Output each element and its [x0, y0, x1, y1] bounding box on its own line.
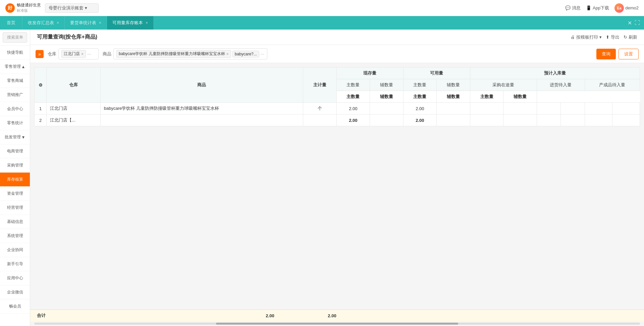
sidebar-item-retail-store[interactable]: 零售商城 — [0, 74, 30, 88]
industry-selector[interactable]: 母婴行业演示账套 — [45, 3, 99, 13]
sidebar-item-retail-mgmt[interactable]: 零售管理 ▲ — [0, 60, 30, 74]
settings-btn[interactable]: 设置 — [619, 49, 639, 59]
tab-order-stats-close[interactable]: × — [99, 20, 101, 25]
td-finished-main-1 — [585, 103, 612, 114]
product-filter-label: 商品 — [103, 51, 111, 57]
th-incoming-aux: 辅数量 — [437, 91, 470, 103]
td-avail-main-1: 2.00 — [403, 103, 437, 114]
export-icon: ⬆ — [606, 35, 609, 40]
chevron-down-icon — [85, 5, 87, 10]
tab-home-label: 首页 — [7, 20, 15, 26]
sidebar-item-inventory-check[interactable]: 库存核算 — [0, 173, 30, 187]
top-bar: 好 畅捷通好生意 标准版 母婴行业演示账套 💬 消息 📱 App下载 Ea de… — [0, 0, 644, 16]
td-warehouse-1: 江北门店 — [47, 103, 101, 114]
tab-receipt-summary-close[interactable]: × — [57, 20, 59, 25]
th-stock-main: 主数量 — [336, 79, 370, 91]
warehouse-filter-input[interactable]: 江北门店 × ··· — [58, 48, 99, 59]
table-footer: 合计 2.00 2.00 — [30, 309, 644, 321]
warehouse-tag-remove-icon[interactable]: × — [81, 52, 84, 56]
page-header: 可用量查询(按仓库+商品) 🖨 按模板打印 ⬆ 导出 ↻ 刷新 — [30, 30, 644, 45]
industry-label: 母婴行业演示账套 — [49, 5, 84, 11]
user-area[interactable]: Ea demo2 — [614, 3, 639, 13]
th-stock: 现存量 — [336, 67, 403, 79]
print-label: 按模板打印 — [576, 34, 598, 40]
td-incoming-aux-1 — [561, 103, 585, 114]
print-chevron-icon — [599, 35, 602, 40]
sidebar-item-ecommerce-mgmt[interactable]: 电商管理 — [0, 144, 30, 158]
td-avail-main-2: 2.00 — [403, 114, 437, 126]
th-finished-main: 主数量 — [470, 91, 503, 103]
th-purchase-transit-main: 主数量 — [336, 91, 370, 103]
tab-available-stock[interactable]: 可用量库存账本 × — [107, 16, 154, 30]
td-unit-1: 个 — [303, 103, 336, 114]
th-product: 商品 — [100, 67, 303, 103]
sidebar-item-operations-mgmt[interactable]: 经营管理 — [0, 201, 30, 215]
close-window-icon[interactable]: ✕ — [628, 20, 632, 26]
logo-icon: 好 — [5, 3, 15, 13]
filter-actions: 查询 设置 — [596, 49, 639, 59]
sidebar-item-system-mgmt[interactable]: 系统管理 — [0, 229, 30, 243]
product-more-icon[interactable]: ··· — [261, 51, 264, 56]
data-table: ⚙ 仓库 商品 主计量 现存量 可用量 预计入库量 主数量 辅数量 主数量 辅数… — [34, 67, 640, 126]
user-name: demo2 — [625, 5, 639, 10]
query-btn[interactable]: 查询 — [596, 49, 616, 59]
maximize-window-icon[interactable]: ⛶ — [635, 20, 640, 26]
sidebar-item-wholesale-mgmt[interactable]: 批发管理 ▼ — [0, 130, 30, 144]
filter-toggle-btn[interactable]: » — [36, 50, 44, 58]
sidebar-item-marketing[interactable]: 营销推广 — [0, 88, 30, 102]
message-icon: 💬 — [565, 5, 571, 10]
sidebar-item-enterprise-wechat[interactable]: 企业微信 — [0, 285, 30, 299]
sidebar-item-finance-mgmt[interactable]: 资金管理 — [0, 187, 30, 201]
window-controls: ✕ ⛶ — [624, 16, 644, 30]
tab-order-stats[interactable]: 要货单统计表 × — [65, 16, 107, 30]
tab-receipt-summary[interactable]: 收发存汇总表 × — [22, 16, 65, 30]
logo-text: 畅捷通好生意 — [17, 3, 41, 8]
refresh-btn[interactable]: ↻ 刷新 — [624, 34, 637, 40]
wholesale-mgmt-arrow: ▼ — [21, 135, 25, 140]
export-label: 导出 — [611, 34, 620, 40]
product-filter-input[interactable]: babycare学饮杯 儿童防摔防撞吸管杯重力球吸嘴杯宝宝水杯 × babyca… — [113, 48, 267, 59]
sidebar-item-app-center[interactable]: 应用中心 — [0, 271, 30, 285]
content-area: 可用量查询(按仓库+商品) 🖨 按模板打印 ⬆ 导出 ↻ 刷新 » — [30, 30, 644, 326]
main-layout: 搜索菜单 快捷导航 零售管理 ▲ 零售商城 营销推广 会员中心 零售统计 批发管… — [0, 30, 644, 326]
td-row-num-1: 1 — [35, 103, 47, 114]
product-tag-1-remove-icon[interactable]: × — [226, 52, 229, 56]
td-warehouse-2: 江北门店【... — [47, 114, 101, 126]
scroll-track[interactable] — [34, 323, 640, 325]
th-avail-main: 主数量 — [403, 79, 437, 91]
warehouse-more-icon[interactable]: ··· — [87, 51, 91, 56]
th-unit: 主计量 — [303, 67, 336, 103]
td-product-2 — [100, 114, 303, 126]
td-product-1: babycare学饮杯 儿童防摔防撞吸管杯重力球吸嘴杯宝宝水杯 — [100, 103, 303, 114]
refresh-label: 刷新 — [629, 34, 637, 40]
th-settings[interactable]: ⚙ — [35, 67, 47, 103]
th-stock-aux: 辅数量 — [370, 79, 404, 91]
sidebar-item-enterprise-collab[interactable]: 企业协同 — [0, 243, 30, 257]
sidebar-item-purchase-mgmt[interactable]: 采购管理 — [0, 158, 30, 173]
scroll-thumb[interactable] — [216, 323, 458, 325]
sidebar-item-vip-member[interactable]: 畅会员 — [0, 299, 30, 314]
message-btn[interactable]: 💬 消息 — [565, 5, 581, 11]
top-bar-left: 好 畅捷通好生意 标准版 母婴行业演示账套 — [5, 3, 99, 13]
tab-available-stock-close[interactable]: × — [146, 20, 148, 25]
scrollbar-area — [30, 321, 644, 326]
td-avail-aux-1 — [437, 103, 470, 114]
tab-available-stock-label: 可用量库存账本 — [112, 20, 143, 26]
sidebar-item-member-center[interactable]: 会员中心 — [0, 102, 30, 116]
sidebar-item-basic-info[interactable]: 基础信息 — [0, 215, 30, 229]
tab-home[interactable]: 首页 — [0, 16, 22, 30]
td-pur-transit-main-2 — [470, 114, 503, 126]
sidebar-item-quick-nav[interactable]: 快捷导航 — [0, 46, 30, 60]
td-finished-main-2 — [585, 114, 612, 126]
sidebar-item-retail-stats[interactable]: 零售统计 — [0, 116, 30, 130]
message-label: 消息 — [572, 5, 581, 11]
export-btn[interactable]: ⬆ 导出 — [606, 34, 620, 40]
search-menu-btn[interactable]: 搜索菜单 — [3, 32, 27, 43]
app-download-btn[interactable]: 📱 App下载 — [586, 5, 609, 11]
th-warehouse: 仓库 — [47, 67, 101, 103]
td-pur-transit-aux-2 — [503, 114, 537, 126]
app-download-label: App下载 — [593, 5, 609, 11]
td-stock-aux-1 — [370, 103, 404, 114]
print-template-btn[interactable]: 🖨 按模板打印 — [571, 34, 602, 40]
sidebar-item-new-guide[interactable]: 新手引导 — [0, 257, 30, 271]
